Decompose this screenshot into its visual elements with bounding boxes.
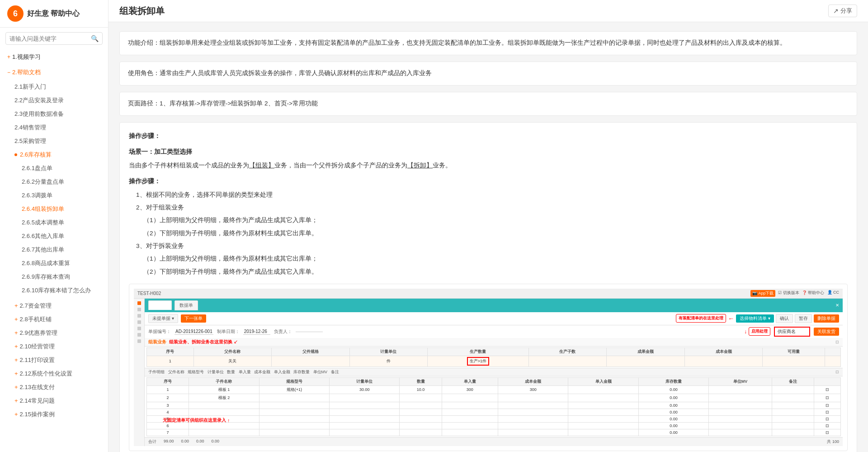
sidebar-item-label-docs: 2.帮助文档 [12,68,41,76]
mock-bottom-section-header: 子件明细 父件名称 规格型号 计量单位 数量 单入量 成本金额 单入金额 库存数… [145,368,843,376]
sidebar-item-ledger-query[interactable]: 2.6.9库存账本查询 [0,270,108,284]
mock-ui: TEST-H002 📷 App下载 ☑ 切换版本 ❓ 帮助中心 👤 CC [134,289,843,446]
ops-title: 操作步骤： [129,131,848,142]
mock-body: 新建单 数据单 ✕ 未提单据 ▾ 下一张单 [134,299,843,446]
footer-val4: 0.00 [212,439,220,445]
th-prod-sub: 生产子数 [528,347,607,356]
sidebar-item-mobile[interactable]: +2.8手机旺铺 [0,313,108,326]
nav-section-docs: − 2.帮助文档 2.1新手入门 2.2产品安装及登录 2.3使用前数据准备 2… [0,65,108,421]
mock-tab-data: 数据单 [175,300,198,310]
sidebar-item-data-prep[interactable]: 2.3使用前数据准备 [0,107,108,121]
sidebar-item-management[interactable]: +2.10经营管理 [0,340,108,353]
step1: 1、根据不同的业务，选择不同单据的类型来处理 [136,190,848,200]
table-row: 50.00⊡ [147,415,841,422]
intro-block: 功能介绍：组装拆卸单用来处理企业组装或拆卸等加工业务，支持有固定装配清单的产品加… [119,31,857,55]
scene1-desc: 当由多个子件材料组装成一个成品的业务为【组装】业务，当由一个父件拆分成多个子产品… [129,160,848,171]
search-box[interactable]: 🔍 [5,32,103,45]
steps-title: 操作步骤： [129,176,848,187]
mock-bottom-table: 序号子件名称规格型号计量单位数量单入量成本金额单入金额库存数量单位MV备注 1模… [146,377,841,436]
sidebar-item-docs[interactable]: − 2.帮助文档 [0,65,108,80]
share-button[interactable]: ↗ 分享 [828,5,857,17]
sidebar-item-video[interactable]: + 1.视频学习 [0,49,108,65]
footer-val3: 0.00 [196,439,204,445]
active-dot [14,153,17,156]
sidebar-item-other-in[interactable]: 2.6.6其他入库单 [0,229,108,243]
sidebar-item-transfer[interactable]: 2.6.3调拨单 [0,189,108,202]
mock-footer: 合计 99.00 0.00 0.00 0.00 共 100 [145,437,843,446]
step3-sub1: （1）上部明细为父件明细，最终作为原材料生成其它出库单； [143,253,848,264]
sidebar-item-sales[interactable]: 2.4销售管理 [0,121,108,134]
screenshot-container: TEST-H002 📷 App下载 ☑ 切换版本 ❓ 帮助中心 👤 CC [129,284,848,451]
sidebar-item-finance[interactable]: +2.7资金管理 [0,299,108,313]
sidebar-item-cases[interactable]: +2.15操作案例 [0,408,108,421]
red-arrow-4: ↑ [227,418,230,423]
sidebar-item-cost-adj[interactable]: 2.6.5成本调整单 [0,216,108,229]
sidebar-item-install[interactable]: 2.2产品安装及登录 [0,94,108,107]
sidebar-item-coupon[interactable]: +2.9优惠券管理 [0,326,108,340]
table-row: 1模板 1规格(+1)30.0010.03003000.00⊡ [147,385,841,394]
th-avail: 可用量 [763,347,825,356]
th-ops [825,347,841,356]
footer-val1: 99.00 [164,439,174,445]
mock-icons: 📷 App下载 ☑ 切换版本 ❓ 帮助中心 👤 CC [750,290,839,297]
table-row: 60.00⊡ [147,422,841,429]
mock-close: ✕ [835,303,839,308]
mock-field-date: 2019-12-26 [243,328,270,335]
sidebar-item-ledger-fix[interactable]: 2.6.10库存账本错了怎么办 [0,284,108,297]
mock-field-no: AD-20191226-001 [175,328,213,335]
footer-right: 共 100 [827,439,839,445]
share-icon: ↗ [833,7,839,14]
sidebar-item-newbie[interactable]: 2.1新手入门 [0,80,108,94]
search-icon[interactable]: 🔍 [91,35,99,42]
th-parent-spec: 父件规格 [272,347,350,356]
table-row: 2模板 20.00⊡ [147,394,841,402]
operations-area: 操作步骤： 场景一：加工类型选择 当由多个子件材料组装成一个成品的业务为【组装】… [119,122,857,452]
mock-top-table: 序号 父件名称 父件规格 计量单位 生产数量 生产子数 成果金额 成本金额 [146,347,841,367]
share-label: 分享 [840,7,852,15]
step3-sub2: （2）下部明细为子件明细，最终作为产成品生成其它入库单。 [143,266,848,277]
prefix-icon: + [7,54,10,60]
sidebar-item-assembly[interactable]: 2.6.4组装拆卸单 [0,202,108,216]
sidebar-item-cost-recalc[interactable]: 2.6.8商品成本重算 [0,257,108,270]
mock-btn-ok: 关联发货 [814,328,839,336]
sidebar-nav: + 1.视频学习 − 2.帮助文档 2.1新手入门 2.2产品安装及登录 2.3… [0,49,108,452]
annotation4-container: 无固定清单可供组织在这里录入 ↑ [163,417,230,423]
mock-form-row: 单据编号： AD-20191226-001 制单日期： 2019-12-26 负… [145,325,843,338]
mock-left-icons [134,299,145,446]
logo-text: 好生意 帮助中心 [27,9,80,19]
mock-btn-confirm: 确认 [776,314,793,323]
sidebar-item-print[interactable]: +2.11打印设置 [0,353,108,367]
table-row: 1 关关 件 生产>1件 [147,356,841,366]
mock-toolbar: 未提单据 ▾ 下一张单 有装配清单的在这里处理 ← 选择物料清单 ▾ 确认 暂存 [145,312,843,325]
step3: 3、对于拆装业务 [136,241,848,252]
scene1-title: 场景一：加工类型选择 [129,146,848,157]
sidebar-item-inventory[interactable]: 2.6库存核算 [0,148,108,162]
sidebar-item-purchase[interactable]: 2.5采购管理 [0,134,108,148]
th-result-amt: 成果金额 [607,347,685,356]
th-prod-qty: 生产数量 [428,347,528,356]
sidebar-item-faq[interactable]: +2.14常见问题 [0,394,108,408]
search-input[interactable] [9,35,91,42]
sidebar-item-payment[interactable]: +2.13在线支付 [0,381,108,394]
intro-text: 功能介绍：组装拆卸单用来处理企业组装或拆卸等加工业务，支持有固定装配清单的产品加… [128,39,786,46]
annotation-has-bom: 有装配清单的在这里处理 [676,314,726,323]
annotation-switch-label: 组装业务、拆卸业务在这里切换 [169,339,232,345]
footer-val2: 0.00 [181,439,189,445]
th-cost-amt: 成本金额 [684,347,763,356]
sidebar-item-label: 1.视频学习 [12,53,41,61]
sidebar-item-inventory-count[interactable]: 2.6.1盘点单 [0,162,108,175]
sidebar-item-personalize[interactable]: +2.12系统个性化设置 [0,367,108,381]
main-content: 功能介绍：组装拆卸单用来处理企业组装或拆卸等加工业务，支持有固定装配清单的产品加… [108,22,868,452]
sidebar-item-other-out[interactable]: 2.6.7其他出库单 [0,243,108,257]
mock-bottom-table-area: 无固定清单可供组织在这里录入 ↑ 序号子件名称规格型号计量单位数量单入量成本金额… [145,376,843,437]
sidebar-item-partial-count[interactable]: 2.6.2分量盘点单 [0,175,108,189]
mock-btn-save: 暂存 [795,314,812,323]
mock-app-id: TEST-H002 [137,291,161,296]
step2-sub1: （1）上部明细为父件明细，最终作为产成品生成其它入库单； [143,215,848,226]
nav-section-video: + 1.视频学习 [0,49,108,65]
mock-expand-icon: ⊡ [835,340,839,344]
mock-bottom-header-text: 子件明细 父件名称 规格型号 计量单位 数量 单入量 成本金额 单入金额 库存数… [148,369,339,375]
table-row: 40.00⊡ [147,409,841,415]
mock-section-row: 组装业务 组装业务、拆卸业务在这里切换 ↙ ⊡ [145,338,843,347]
path-text: 页面路径：1、库存核算->库存管理->组装拆卸单 2、首页->常用功能 [128,100,318,107]
